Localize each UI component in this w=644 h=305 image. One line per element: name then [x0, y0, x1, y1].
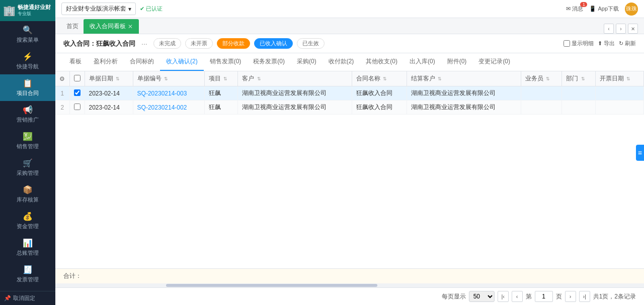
sidebar-item-ledger[interactable]: 📊 总账管理: [0, 234, 55, 261]
logo-icon: 🏢: [3, 5, 16, 17]
sidebar-item-project-contract[interactable]: 📋 项目合同: [0, 74, 55, 101]
tab-revenue-confirm[interactable]: 收入确认(2): [160, 53, 204, 71]
box-icon: 📦: [23, 185, 33, 194]
status-revenue-confirmed[interactable]: 已收入确认: [254, 38, 293, 49]
sidebar-item-sales[interactable]: 💹 销售管理: [0, 128, 55, 154]
show-detail-input[interactable]: [564, 40, 570, 47]
sidebar-item-tax[interactable]: 🏛 税务管理: [0, 287, 55, 291]
total-info: 共1页，2条记录: [593, 292, 636, 301]
tab-next-button[interactable]: ›: [616, 24, 626, 34]
company-name: 好业财专业版演示帐套: [66, 5, 126, 13]
more-button[interactable]: ···: [139, 40, 149, 48]
sidebar-item-label: 快捷导航: [17, 63, 39, 70]
tab-kanban[interactable]: 看板: [63, 53, 88, 71]
column-settings-icon[interactable]: ⚙: [59, 75, 65, 82]
order-no-link[interactable]: SQ-20230214-002: [137, 104, 187, 111]
page-number-input[interactable]: [535, 291, 553, 302]
order-no-link[interactable]: SQ-20230214-003: [137, 90, 187, 97]
sidebar-item-invoice[interactable]: 🧾 发票管理: [0, 261, 55, 287]
tab-attachments[interactable]: 附件(0): [441, 53, 473, 71]
refresh-icon: ↻: [619, 40, 623, 47]
status-partial-payment[interactable]: 部分收款: [217, 38, 250, 49]
app-download-button[interactable]: 📱 App下载: [589, 5, 619, 13]
certified-label: 已认证: [146, 5, 163, 13]
scrollbar-thumb[interactable]: [166, 284, 377, 287]
th-customer: 客户 ⇅: [238, 71, 352, 86]
app-sub: 专业版: [18, 11, 51, 17]
sort-icon-order: ⇅: [164, 76, 168, 81]
tab-close-button[interactable]: ✕: [628, 24, 638, 34]
tab-profit-analysis[interactable]: 盈利分析: [88, 53, 124, 71]
th-dept-label: 部门: [566, 75, 578, 82]
message-icon: ✉: [566, 6, 571, 12]
select-all-checkbox[interactable]: [74, 75, 80, 81]
sidebar-item-inventory[interactable]: 📦 库存核算: [0, 181, 55, 208]
sidebar: 🏢 畅捷通好业财 专业版 🔍 搜索菜单 ⚡ 快捷导航 📋 项目合同 📢 营销推广…: [0, 0, 55, 305]
sidebar-item-label: 销售管理: [17, 143, 39, 150]
sidebar-item-quicknav[interactable]: ⚡ 快捷导航: [0, 48, 55, 74]
th-settle-customer: 结算客户 ⇅: [407, 71, 521, 86]
app-logo: 🏢 畅捷通好业财 专业版: [0, 0, 55, 21]
sidebar-unpin-button[interactable]: 📌 取消固定: [0, 291, 55, 305]
row-num: 2: [55, 100, 69, 115]
sidebar-item-label: 营销推广: [17, 116, 39, 124]
sidebar-item-marketing[interactable]: 📢 营销推广: [0, 101, 55, 128]
th-date: 单据日期 ⇅: [85, 71, 133, 86]
horizontal-scrollbar[interactable]: [55, 283, 644, 287]
tab-warehouse[interactable]: 出入库(0): [404, 53, 441, 71]
prev-page-button[interactable]: ‹: [512, 291, 523, 302]
tab-contract-board[interactable]: 收入合同看板 ✕: [84, 19, 139, 34]
company-selector[interactable]: 好业财专业版演示帐套 ▾: [61, 3, 136, 15]
table-row[interactable]: 1 2023-02-14 SQ-20230214-003 狂飙 湖南卫视商业运营…: [55, 86, 644, 100]
sidebar-scroll: 🔍 搜索菜单 ⚡ 快捷导航 📋 项目合同 📢 营销推广 💹 销售管理 🛒 采购管…: [0, 21, 55, 291]
sidebar-item-funds[interactable]: 💰 资金管理: [0, 208, 55, 234]
contract-header: 收入合同：狂飙收入合同 ··· 未完成 未开票 部分收款 已收入确认 已生效 显: [55, 34, 644, 53]
show-detail-checkbox[interactable]: 显示明细: [564, 40, 594, 47]
th-project-label: 项目: [209, 75, 221, 82]
refresh-button[interactable]: ↻ 刷新: [619, 40, 636, 47]
last-page-button[interactable]: ›|: [579, 291, 590, 302]
cart-icon: 🛒: [23, 158, 33, 168]
sidebar-item-purchase[interactable]: 🛒 采购管理: [0, 154, 55, 181]
tab-home[interactable]: 首页: [61, 19, 84, 34]
tab-close-icon[interactable]: ✕: [128, 23, 133, 30]
row-contract: 狂飙收入合同: [352, 86, 407, 100]
right-panel-toggle[interactable]: ≡: [636, 145, 644, 161]
next-page-button[interactable]: ›: [565, 291, 576, 302]
money-icon: 💰: [23, 212, 33, 221]
message-button[interactable]: ✉ 1 消息: [566, 5, 583, 13]
tab-contract-subject[interactable]: 合同标的: [124, 53, 160, 71]
per-page-select[interactable]: 50 100 200: [469, 291, 495, 302]
status-uninvoiced[interactable]: 未开票: [185, 38, 213, 49]
th-project: 项目 ⇅: [204, 71, 238, 86]
row-order-no: SQ-20230214-002: [133, 100, 204, 115]
th-salesman-label: 业务员: [525, 75, 543, 82]
sidebar-item-search[interactable]: 🔍 搜索菜单: [0, 21, 55, 48]
sort-icon-date: ⇅: [116, 76, 120, 81]
sort-icon-dept: ⇅: [581, 76, 585, 81]
topbar-actions: ✉ 1 消息 📱 App下载 珠珠: [566, 3, 638, 16]
clipboard-icon: 📋: [23, 78, 33, 88]
row-checkbox[interactable]: [74, 104, 80, 110]
tab-sales-invoice[interactable]: 销售发票(0): [204, 53, 248, 71]
tab-payment[interactable]: 收付款(2): [323, 53, 360, 71]
sidebar-item-label: 总账管理: [17, 249, 39, 257]
app-name: 畅捷通好业财: [18, 4, 51, 11]
row-dept: [562, 100, 596, 115]
sort-icon-project: ⇅: [223, 76, 227, 81]
tab-other-income[interactable]: 其他收支(0): [360, 53, 404, 71]
user-avatar[interactable]: 珠珠: [625, 3, 638, 16]
status-incomplete[interactable]: 未完成: [153, 38, 181, 49]
tab-purchase[interactable]: 采购(0): [291, 53, 323, 71]
first-page-button[interactable]: |‹: [498, 291, 509, 302]
table-row[interactable]: 2 2023-02-14 SQ-20230214-002 狂飙 湖南卫视商业运营…: [55, 100, 644, 115]
chart-icon: 💹: [23, 132, 33, 141]
export-button[interactable]: ⬆ 导出: [598, 40, 615, 47]
status-effective[interactable]: 已生效: [297, 38, 325, 49]
tab-tax-invoice[interactable]: 税务发票(0): [247, 53, 291, 71]
export-icon: ⬆: [598, 40, 602, 47]
tab-change-log[interactable]: 变更记录(0): [472, 53, 516, 71]
tab-prev-button[interactable]: ‹: [604, 24, 614, 34]
row-bill-date: [595, 100, 643, 115]
row-checkbox[interactable]: [74, 89, 80, 96]
